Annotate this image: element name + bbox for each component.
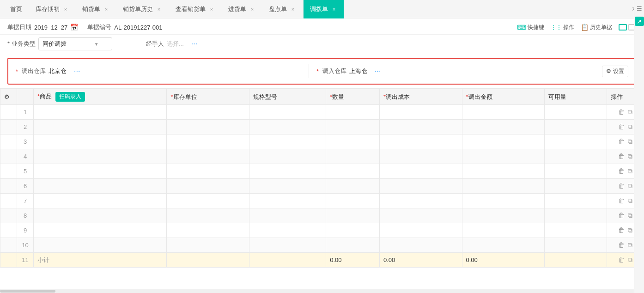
copy-icon-11[interactable]: ⧉: [628, 256, 632, 263]
scan-button[interactable]: 扫码录入: [55, 92, 85, 102]
person-input[interactable]: 选择...: [167, 40, 184, 48]
delete-icon-11[interactable]: 🗑: [618, 256, 625, 263]
row-unit-2: [167, 120, 249, 134]
row-avail-6: [545, 179, 607, 194]
delete-icon-3[interactable]: 🗑: [618, 138, 625, 145]
number-value: AL-20191227-001: [114, 24, 162, 31]
row-qty-6[interactable]: [326, 179, 380, 194]
row-qty-5[interactable]: [326, 164, 380, 179]
row-amount-3: [462, 134, 544, 149]
row-product-5[interactable]: [34, 164, 167, 179]
tab-close-purchase[interactable]: ×: [249, 6, 255, 12]
settings-button[interactable]: ⚙ 设置: [602, 66, 628, 77]
row-product-1[interactable]: [34, 105, 167, 120]
tab-transfer[interactable]: 调拨单 ×: [303, 0, 344, 18]
table-container[interactable]: ⚙ *商品 扫码录入 *库存单位 规格型号 *数量 *调出成本 *调出金额 可用…: [0, 88, 644, 289]
copy-icon-4[interactable]: ⧉: [628, 153, 632, 160]
row-amount-8: [462, 208, 544, 223]
row-product-2[interactable]: [34, 120, 167, 134]
history-button[interactable]: 📋 历史单据: [581, 24, 612, 31]
table-row: 6 🗑 ⧉: [0, 179, 644, 194]
person-more-button[interactable]: ···: [191, 40, 197, 48]
delete-icon-4[interactable]: 🗑: [618, 153, 625, 160]
row-product-3[interactable]: [34, 134, 167, 149]
row-product-4[interactable]: [34, 149, 167, 164]
tab-close-view-sales[interactable]: ×: [208, 6, 215, 12]
delete-icon-5[interactable]: 🗑: [618, 167, 625, 175]
tab-sales-history[interactable]: 销货单历史 ×: [116, 0, 169, 18]
delete-icon-6[interactable]: 🗑: [618, 182, 625, 189]
tab-close-sales-history[interactable]: ×: [156, 6, 162, 12]
row-product-6[interactable]: [34, 179, 167, 194]
copy-icon-2[interactable]: ⧉: [628, 123, 632, 130]
scrollbar-thumb: [0, 290, 55, 293]
date-value: 2019–12–27: [34, 24, 67, 31]
th-amount: *调出金额: [462, 89, 544, 105]
row-cost-7: [380, 194, 462, 208]
row-qty-3[interactable]: [326, 134, 380, 149]
warehouse-out-group: * 调出仓库 北京仓 ···: [16, 67, 301, 75]
row-qty-10[interactable]: [326, 238, 380, 253]
settings-gear-icon: ⚙: [606, 68, 611, 74]
row-qty-2[interactable]: [326, 120, 380, 134]
row-unit-6: [167, 179, 249, 194]
row-product-8[interactable]: [34, 208, 167, 223]
delete-icon-10[interactable]: 🗑: [618, 241, 625, 249]
row-product-9[interactable]: [34, 223, 167, 238]
th-cost: *调出成本: [380, 89, 462, 105]
tab-sales-order[interactable]: 销货单 ×: [76, 0, 116, 18]
row-gear-9: [0, 223, 17, 238]
tab-close-inventory-count[interactable]: ×: [290, 6, 296, 12]
row-num-4: 4: [17, 149, 34, 164]
delete-icon-2[interactable]: 🗑: [618, 123, 625, 130]
operations-button[interactable]: ⋮⋮ 操作: [551, 24, 574, 31]
warehouse-in-more-button[interactable]: ···: [375, 67, 381, 75]
tab-view-sales[interactable]: 查看销货单 ×: [169, 0, 222, 18]
row-num-9: 9: [17, 223, 34, 238]
tab-inventory-count[interactable]: 盘点单 ×: [262, 0, 303, 18]
horizontal-scrollbar[interactable]: [0, 289, 644, 293]
row-gear-6: [0, 179, 17, 194]
row-product-10[interactable]: [34, 238, 167, 253]
tab-close-sales-order[interactable]: ×: [103, 6, 109, 12]
side-list-icon[interactable]: ☰: [635, 4, 644, 13]
row-unit-3: [167, 134, 249, 149]
row-qty-1[interactable]: [326, 105, 380, 120]
row-cost-4: [380, 149, 462, 164]
warehouse-out-more-button[interactable]: ···: [74, 67, 80, 75]
row-qty-8[interactable]: [326, 208, 380, 223]
copy-icon-5[interactable]: ⧉: [628, 167, 632, 175]
row-gear-8: [0, 208, 17, 223]
calendar-icon[interactable]: 📅: [70, 24, 78, 31]
row-product-7[interactable]: [34, 194, 167, 208]
tab-close-transfer[interactable]: ×: [331, 6, 337, 12]
business-type-select[interactable]: 同价调拨 ▼: [38, 37, 112, 50]
row-unit-1: [167, 105, 249, 120]
header-area: 单据日期 2019–12–27 📅 单据编号 AL-20191227-001 ⌨…: [0, 18, 644, 35]
copy-icon-1[interactable]: ⧉: [628, 108, 632, 116]
copy-icon-10[interactable]: ⧉: [628, 241, 632, 249]
side-expand-icon[interactable]: ↗: [635, 17, 644, 26]
row-qty-9[interactable]: [326, 223, 380, 238]
copy-icon-9[interactable]: ⧉: [628, 226, 632, 234]
copy-icon-8[interactable]: ⧉: [628, 212, 632, 219]
row-amount-1: [462, 105, 544, 120]
copy-icon-3[interactable]: ⧉: [628, 138, 632, 145]
delete-icon-8[interactable]: 🗑: [618, 212, 625, 219]
delete-icon-7[interactable]: 🗑: [618, 197, 625, 204]
tab-close-inventory-init[interactable]: ×: [62, 6, 69, 12]
row-num-10: 10: [17, 238, 34, 253]
row-qty-7[interactable]: [326, 194, 380, 208]
copy-icon-6[interactable]: ⧉: [628, 182, 632, 189]
th-gear[interactable]: ⚙: [0, 89, 17, 105]
operations-icon: ⋮⋮: [551, 24, 562, 31]
subtotal-spec-cell: [249, 253, 326, 268]
copy-icon-7[interactable]: ⧉: [628, 197, 632, 204]
tab-purchase[interactable]: 进货单 ×: [222, 0, 262, 18]
tab-home[interactable]: 首页: [4, 0, 29, 18]
row-qty-4[interactable]: [326, 149, 380, 164]
shortcut-button[interactable]: ⌨ 快捷键: [517, 24, 544, 31]
delete-icon-1[interactable]: 🗑: [618, 108, 625, 116]
delete-icon-9[interactable]: 🗑: [618, 226, 625, 234]
tab-inventory-init[interactable]: 库存期初 ×: [29, 0, 76, 18]
